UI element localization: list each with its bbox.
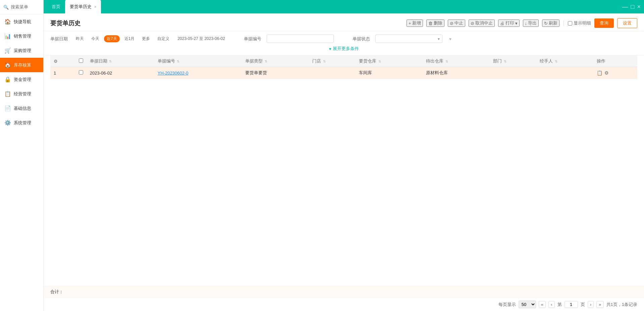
print-icon: 🖨: [500, 21, 504, 26]
row-edit-icon[interactable]: 📋: [597, 70, 602, 76]
tab-close-icon[interactable]: ×: [94, 5, 96, 9]
sidebar-item-finance[interactable]: 🔒 资金管理: [0, 72, 43, 87]
maximize-button[interactable]: □: [631, 3, 635, 10]
sidebar-item-sales[interactable]: 📊 销售管理: [0, 29, 43, 43]
col-settings: ⚙: [50, 55, 75, 67]
sort-orderno-icon[interactable]: ⇅: [177, 59, 179, 63]
col-pending-warehouse: 待出仓库 ⇅: [423, 55, 490, 67]
sidebar-item-label: 经营管理: [14, 91, 31, 97]
add-label: 新增: [412, 20, 421, 26]
stop-button[interactable]: ⊘ 中止: [448, 19, 465, 27]
settings-button[interactable]: 设置: [617, 18, 637, 28]
sort-handler-icon[interactable]: ⇅: [555, 59, 557, 63]
expand-more-label: 展开更多条件: [333, 46, 359, 52]
select-all-checkbox[interactable]: [79, 58, 83, 63]
divider: [564, 20, 564, 26]
sort-store-icon[interactable]: ⇅: [323, 59, 326, 63]
date-btn-yesterday[interactable]: 昨天: [73, 35, 87, 42]
per-page-label: 每页显示: [498, 302, 516, 308]
sidebar-item-label: 库存核算: [14, 62, 31, 68]
minimize-button[interactable]: —: [622, 3, 628, 10]
sidebar-item-label: 销售管理: [14, 33, 31, 39]
refresh-button[interactable]: ↻ 刷新: [542, 19, 559, 27]
expand-more-btn[interactable]: ▾ 展开更多条件: [329, 46, 359, 52]
prev-page-button[interactable]: ‹: [548, 301, 554, 308]
export-button[interactable]: ↓ 导出: [523, 19, 539, 27]
delete-button[interactable]: 🗑 删除: [426, 19, 444, 27]
delete-icon: 🗑: [428, 21, 433, 26]
sidebar-item-basic-info[interactable]: 📄 基础信息: [0, 101, 43, 116]
next-page-button[interactable]: ›: [588, 301, 594, 308]
add-button[interactable]: + 新增: [407, 19, 423, 27]
expand-down-icon: ▾: [329, 46, 331, 51]
table-row[interactable]: 1 2023-06-02 YH-20230602-0 要货单要货 车间库 原材料…: [50, 67, 637, 79]
col-checkbox: [75, 55, 87, 67]
page-number-input[interactable]: [565, 301, 578, 308]
export-icon: ↓: [525, 21, 527, 26]
tab-order-history[interactable]: 要货单历史 ×: [65, 0, 101, 13]
cancel-stop-label: 取消中止: [475, 20, 493, 26]
tab-order-history-label: 要货单历史: [70, 4, 92, 10]
cancel-stop-button[interactable]: ⊘ 取消中止: [469, 19, 495, 27]
date-btn-7days[interactable]: 近7天: [104, 35, 120, 42]
status-select-arrow: ▾: [449, 36, 451, 42]
display-detail-label: 显示明细: [574, 20, 591, 26]
sort-pendwh-icon[interactable]: ⇅: [445, 59, 448, 63]
page-header: 要货单历史 + 新增 🗑 删除 ⊘ 中止 ⊘ 取消中止: [44, 13, 644, 31]
orders-table: ⚙ 单据日期 ⇅ 单据编号 ⇅: [50, 55, 637, 79]
first-page-button[interactable]: «: [539, 301, 546, 308]
cell-checkbox[interactable]: [75, 67, 87, 79]
last-page-button[interactable]: »: [596, 301, 603, 308]
sidebar-item-operations[interactable]: 📋 经营管理: [0, 87, 43, 101]
close-button[interactable]: ×: [637, 3, 641, 10]
status-select-wrapper: [375, 35, 442, 43]
sort-type-icon[interactable]: ⇅: [265, 59, 267, 63]
sidebar-item-label: 快捷导航: [14, 19, 31, 25]
query-button[interactable]: 查询: [594, 18, 614, 28]
sidebar-item-label: 采购管理: [14, 48, 31, 54]
date-btn-1month[interactable]: 近1月: [122, 35, 138, 42]
sidebar-item-quick-nav[interactable]: 🏠 快捷导航: [0, 14, 43, 29]
date-btn-more[interactable]: 更多: [139, 35, 153, 42]
print-button[interactable]: 🖨 打印 ▾: [498, 19, 520, 27]
total-info: 共1页，1条记录: [606, 302, 637, 308]
sidebar-item-system[interactable]: ⚙️ 系统管理: [0, 116, 43, 130]
row-more-icon[interactable]: ⚙: [604, 70, 609, 76]
status-select[interactable]: [375, 35, 442, 43]
column-settings-icon[interactable]: ⚙: [54, 59, 58, 64]
date-btn-custom[interactable]: 自定义: [155, 35, 172, 42]
cell-store: [309, 67, 356, 79]
col-dept: 部门 ⇅: [490, 55, 536, 67]
filter-row-1: 单据日期 昨天 今天 近7天 近1月 更多 自定义 2023-05-27 至 2…: [50, 35, 637, 43]
system-icon: ⚙️: [4, 120, 11, 126]
export-label: 导出: [528, 20, 537, 26]
sidebar-item-inventory[interactable]: 🏠 库存核算: [0, 58, 43, 72]
display-detail-input[interactable]: [568, 21, 572, 26]
col-date: 单据日期 ⇅: [87, 55, 154, 67]
sort-reqwh-icon[interactable]: ⇅: [378, 59, 381, 63]
order-no-input[interactable]: [267, 35, 334, 43]
date-btn-today[interactable]: 今天: [89, 35, 102, 42]
tab-home[interactable]: 首页: [47, 0, 65, 13]
order-no-label: 单据编号: [244, 36, 261, 42]
cell-req-warehouse: 车间库: [356, 67, 423, 79]
display-detail-checkbox[interactable]: 显示明细: [568, 20, 591, 26]
sidebar-item-purchase[interactable]: 🛒 采购管理: [0, 43, 43, 58]
sidebar-search[interactable]: 🔍 搜索菜单: [0, 0, 43, 14]
page-label: 第: [557, 302, 562, 308]
filter-row-expand: ▾ 展开更多条件: [50, 46, 637, 52]
col-handler: 经手人 ⇅: [536, 55, 593, 67]
topbar-window-actions: — □ ×: [622, 3, 641, 10]
cell-pending-warehouse: 原材料仓库: [423, 67, 490, 79]
sort-dept-icon[interactable]: ⇅: [504, 59, 506, 63]
topbar: 首页 要货单历史 × — □ ×: [44, 0, 644, 13]
sidebar: 🔍 搜索菜单 🏠 快捷导航 📊 销售管理 🛒 采购管理 🏠 库存核算 🔒 资金管…: [0, 0, 44, 311]
stop-label: 中止: [454, 20, 463, 26]
table-area: ⚙ 单据日期 ⇅ 单据编号 ⇅: [44, 55, 644, 286]
inventory-icon: 🏠: [4, 62, 11, 68]
cell-order-no[interactable]: YH-20230602-0: [154, 67, 242, 79]
sidebar-item-label: 基础信息: [14, 105, 31, 112]
finance-icon: 🔒: [4, 76, 11, 83]
sort-date-icon[interactable]: ⇅: [109, 59, 112, 63]
per-page-select[interactable]: 50 10 20 100: [519, 301, 536, 308]
